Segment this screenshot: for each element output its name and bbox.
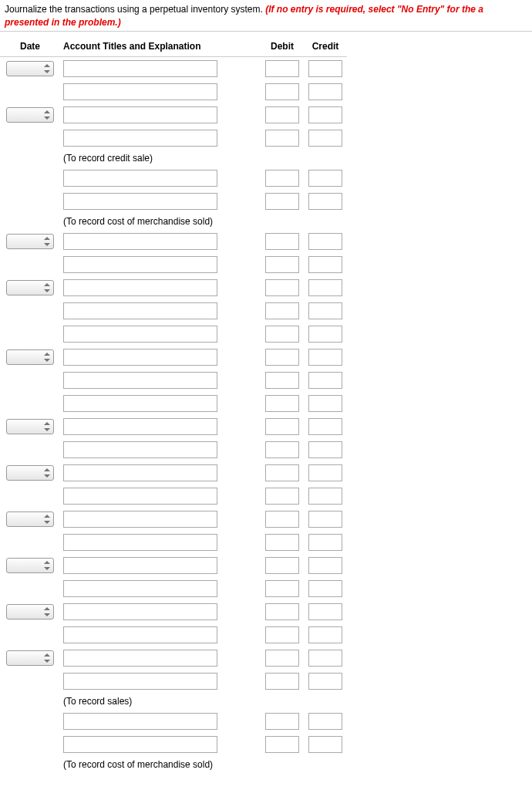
account-input[interactable] [63, 441, 217, 458]
account-input[interactable] [63, 673, 217, 690]
credit-input[interactable] [308, 673, 342, 690]
debit-input[interactable] [265, 193, 299, 210]
account-input[interactable] [63, 83, 217, 100]
account-input[interactable] [63, 713, 217, 730]
debit-input[interactable] [265, 326, 299, 343]
debit-input[interactable] [265, 418, 299, 435]
account-input[interactable] [63, 233, 217, 250]
credit-input[interactable] [308, 193, 342, 210]
credit-input[interactable] [308, 83, 342, 100]
debit-input[interactable] [265, 256, 299, 273]
table-row [0, 554, 347, 577]
credit-input[interactable] [308, 418, 342, 435]
credit-input[interactable] [308, 713, 342, 730]
debit-input[interactable] [265, 626, 299, 643]
debit-input[interactable] [265, 106, 299, 123]
account-input[interactable] [63, 170, 217, 187]
credit-input[interactable] [308, 106, 342, 123]
debit-input[interactable] [265, 302, 299, 319]
credit-input[interactable] [308, 326, 342, 343]
date-dropdown[interactable] [6, 234, 54, 249]
debit-input[interactable] [265, 713, 299, 730]
account-input[interactable] [63, 736, 217, 753]
date-dropdown[interactable] [6, 511, 54, 527]
credit-input[interactable] [308, 372, 342, 389]
credit-input[interactable] [308, 233, 342, 250]
credit-input[interactable] [308, 736, 342, 753]
account-input[interactable] [63, 626, 217, 643]
debit-input[interactable] [265, 557, 299, 574]
account-input[interactable] [63, 130, 217, 147]
account-input[interactable] [63, 302, 217, 319]
credit-input[interactable] [308, 279, 342, 296]
date-dropdown[interactable] [6, 107, 54, 123]
debit-input[interactable] [265, 60, 299, 77]
debit-input[interactable] [265, 511, 299, 528]
debit-input[interactable] [265, 673, 299, 690]
credit-input[interactable] [308, 626, 342, 643]
account-input[interactable] [63, 511, 217, 528]
debit-input[interactable] [265, 534, 299, 551]
debit-input[interactable] [265, 395, 299, 412]
debit-input[interactable] [265, 603, 299, 620]
debit-input[interactable] [265, 130, 299, 147]
debit-input[interactable] [265, 441, 299, 458]
credit-input[interactable] [308, 256, 342, 273]
account-input[interactable] [63, 557, 217, 574]
account-input[interactable] [63, 372, 217, 389]
debit-input[interactable] [265, 349, 299, 366]
credit-input[interactable] [308, 302, 342, 319]
credit-input[interactable] [308, 580, 342, 597]
account-input[interactable] [63, 534, 217, 551]
date-dropdown[interactable] [6, 61, 54, 76]
account-input[interactable] [63, 106, 217, 123]
table-row [0, 531, 347, 554]
debit-input[interactable] [265, 736, 299, 753]
date-dropdown[interactable] [6, 465, 54, 481]
debit-input[interactable] [265, 488, 299, 505]
table-row [0, 438, 347, 461]
credit-input[interactable] [308, 464, 342, 481]
account-input[interactable] [63, 464, 217, 481]
credit-input[interactable] [308, 650, 342, 667]
account-input[interactable] [63, 193, 217, 210]
account-input[interactable] [63, 395, 217, 412]
account-input[interactable] [63, 488, 217, 505]
credit-input[interactable] [308, 557, 342, 574]
account-input[interactable] [63, 60, 217, 77]
credit-input[interactable] [308, 441, 342, 458]
account-input[interactable] [63, 603, 217, 620]
credit-input[interactable] [308, 349, 342, 366]
credit-input[interactable] [308, 534, 342, 551]
debit-input[interactable] [265, 83, 299, 100]
date-dropdown[interactable] [6, 558, 54, 573]
table-row [0, 392, 347, 415]
account-input[interactable] [63, 279, 217, 296]
debit-input[interactable] [265, 580, 299, 597]
credit-input[interactable] [308, 488, 342, 505]
credit-input[interactable] [308, 60, 342, 77]
debit-input[interactable] [265, 650, 299, 667]
credit-input[interactable] [308, 170, 342, 187]
debit-input[interactable] [265, 233, 299, 250]
account-input[interactable] [63, 418, 217, 435]
account-input[interactable] [63, 256, 217, 273]
debit-input[interactable] [265, 464, 299, 481]
account-input[interactable] [63, 580, 217, 597]
account-input[interactable] [63, 650, 217, 667]
account-input[interactable] [63, 349, 217, 366]
credit-input[interactable] [308, 511, 342, 528]
debit-input[interactable] [265, 372, 299, 389]
credit-input[interactable] [308, 395, 342, 412]
debit-input[interactable] [265, 170, 299, 187]
date-dropdown[interactable] [6, 650, 54, 666]
debit-input[interactable] [265, 279, 299, 296]
date-dropdown[interactable] [6, 419, 54, 434]
header-debit: Debit [261, 36, 304, 57]
account-input[interactable] [63, 326, 217, 343]
credit-input[interactable] [308, 130, 342, 147]
date-dropdown[interactable] [6, 604, 54, 620]
credit-input[interactable] [308, 603, 342, 620]
date-dropdown[interactable] [6, 280, 54, 295]
date-dropdown[interactable] [6, 349, 54, 365]
